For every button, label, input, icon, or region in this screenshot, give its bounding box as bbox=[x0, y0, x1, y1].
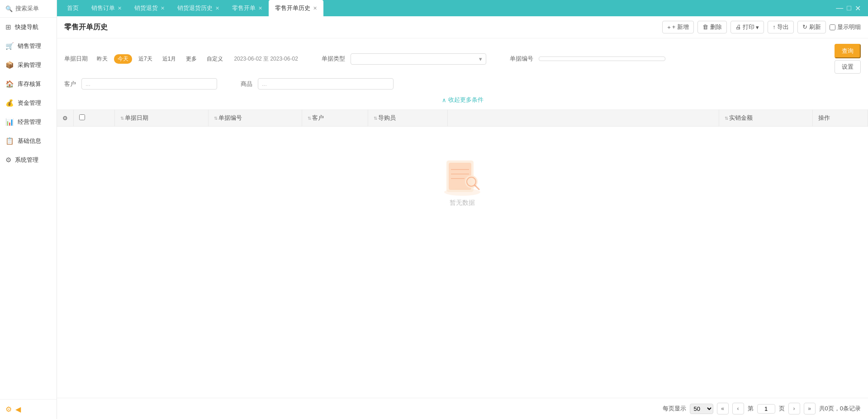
setting-button[interactable]: 设置 bbox=[835, 60, 861, 74]
tab-home[interactable]: 首页 bbox=[61, 0, 85, 16]
sidebar-item-finance[interactable]: 💰 资金管理 bbox=[0, 94, 57, 113]
tab-retail-open-history-label: 零售开单历史 bbox=[275, 4, 310, 12]
number-input[interactable] bbox=[539, 56, 665, 61]
th-amount[interactable]: ⇅实销金额 bbox=[719, 110, 813, 127]
date-more-btn[interactable]: 更多 bbox=[182, 54, 200, 64]
search-icon: 🔍 bbox=[5, 5, 13, 12]
sidebar-item-label: 采购管理 bbox=[18, 61, 41, 69]
display-detail-checkbox[interactable]: 显示明细 bbox=[830, 23, 861, 31]
th-date[interactable]: ⇅单据日期 bbox=[114, 110, 208, 127]
pagination: 每页显示 50 10 20 100 « ‹ 第 页 › » 共0页，0条记录 bbox=[57, 398, 868, 419]
next-page-btn[interactable]: › bbox=[788, 403, 800, 414]
refresh-button[interactable]: ↻ 刷新 bbox=[797, 21, 826, 33]
empty-text: 暂无数据 bbox=[450, 199, 475, 207]
type-select-arrow: ▾ bbox=[479, 56, 482, 62]
date-today-btn[interactable]: 今天 bbox=[114, 54, 132, 64]
sidebar-item-label: 经营管理 bbox=[18, 118, 41, 126]
display-detail-label: 显示明细 bbox=[837, 23, 861, 31]
customer-input[interactable]: ... bbox=[81, 78, 217, 89]
page-suffix: 页 bbox=[779, 405, 785, 413]
collapse-row: ∧ 收起更多条件 bbox=[64, 94, 861, 106]
page-content: 零售开单历史 + + 新增 🗑 删除 🖨 打印 ▾ ↑ 导出 ↻ 刷新 bbox=[57, 16, 868, 419]
page-header: 零售开单历史 + + 新增 🗑 删除 🖨 打印 ▾ ↑ 导出 ↻ 刷新 bbox=[57, 16, 868, 38]
sidebar-item-base-info[interactable]: 📋 基础信息 bbox=[0, 132, 57, 151]
export-label: ↑ 导出 bbox=[773, 23, 789, 31]
tab-retail-open-close[interactable]: ✕ bbox=[258, 5, 262, 11]
sidebar-item-purchase-mgmt[interactable]: 📦 采购管理 bbox=[0, 56, 57, 75]
sys-mgmt-icon: ⚙ bbox=[5, 156, 11, 164]
add-label: + 新增 bbox=[672, 23, 689, 31]
per-page-select[interactable]: 50 10 20 100 bbox=[690, 404, 713, 414]
type-select[interactable]: ▾ bbox=[351, 53, 486, 65]
collapse-filter-btn[interactable]: ∧ 收起更多条件 bbox=[442, 94, 484, 106]
customer-input-dots: ... bbox=[85, 80, 90, 87]
tab-sales-return-label: 销货退货 bbox=[134, 4, 158, 12]
tab-retail-open-label: 零售开单 bbox=[232, 4, 256, 12]
tab-bar: 首页 销售订单 ✕ 销货退货 ✕ 销货退货历史 ✕ 零售开单 ✕ 零售开单历史 … bbox=[57, 0, 868, 16]
tab-sales-return-history-close[interactable]: ✕ bbox=[215, 5, 219, 11]
th-number[interactable]: ⇅单据编号 bbox=[208, 110, 302, 127]
sidebar-item-sys-mgmt[interactable]: ⚙ 系统管理 bbox=[0, 151, 57, 169]
sidebar-item-quick-nav[interactable]: ⊞ 快捷导航 bbox=[0, 18, 57, 37]
customer-filter-label: 客户 bbox=[64, 80, 76, 88]
select-all-checkbox[interactable] bbox=[79, 114, 85, 120]
window-close-btn[interactable]: ✕ bbox=[855, 4, 861, 13]
tab-bar-actions: — □ ✕ bbox=[836, 4, 864, 13]
window-maximize-btn[interactable]: □ bbox=[847, 4, 851, 12]
print-button[interactable]: 🖨 打印 ▾ bbox=[730, 21, 764, 33]
sales-mgmt-icon: 🛒 bbox=[5, 42, 14, 50]
first-page-btn[interactable]: « bbox=[717, 403, 729, 414]
empty-row: 暂无数据 bbox=[57, 127, 868, 235]
refresh-label: ↻ 刷新 bbox=[802, 23, 821, 31]
th-checkbox[interactable] bbox=[74, 110, 115, 127]
th-customer[interactable]: ⇅客户 bbox=[302, 110, 368, 127]
prev-page-btn[interactable]: ‹ bbox=[732, 403, 744, 414]
add-icon: + bbox=[667, 24, 671, 31]
filter-row-1: 单据日期 昨天 今天 近7天 近1月 更多 自定义 2023-06-02 至 2… bbox=[64, 44, 861, 74]
purchase-icon: 📦 bbox=[5, 61, 14, 69]
date-7days-btn[interactable]: 近7天 bbox=[135, 54, 156, 64]
sidebar: 🔍 搜索采单 ⊞ 快捷导航 🛒 销售管理 📦 采购管理 🏠 库存核算 💰 资金管… bbox=[0, 0, 57, 419]
delete-button[interactable]: 🗑 删除 bbox=[697, 21, 727, 33]
number-filter-label: 单据编号 bbox=[510, 55, 533, 63]
tab-retail-open[interactable]: 零售开单 ✕ bbox=[226, 0, 269, 16]
sidebar-search[interactable]: 🔍 搜索采单 bbox=[0, 0, 57, 18]
print-dropdown-icon: ▾ bbox=[756, 24, 759, 31]
goods-filter-label: 商品 bbox=[241, 80, 252, 88]
tab-retail-open-history-close[interactable]: ✕ bbox=[313, 5, 317, 11]
tab-sales-return-history[interactable]: 销货退货历史 ✕ bbox=[171, 0, 226, 16]
page-number-input[interactable] bbox=[757, 404, 775, 414]
sidebar-bottom: ⚙ ◀ bbox=[0, 399, 57, 419]
settings-icon-btn[interactable]: ⚙ bbox=[5, 405, 12, 414]
add-button[interactable]: + + 新增 bbox=[662, 21, 694, 33]
tab-retail-open-history[interactable]: 零售开单历史 ✕ bbox=[269, 0, 323, 16]
tab-sales-order[interactable]: 销售订单 ✕ bbox=[85, 0, 128, 16]
goods-input[interactable]: ... bbox=[258, 78, 394, 89]
tab-home-label: 首页 bbox=[67, 4, 79, 12]
sidebar-item-label: 库存核算 bbox=[18, 80, 41, 88]
date-1month-btn[interactable]: 近1月 bbox=[159, 54, 180, 64]
tab-sales-return[interactable]: 销货退货 ✕ bbox=[128, 0, 171, 16]
window-minimize-btn[interactable]: — bbox=[836, 4, 843, 12]
query-button[interactable]: 查询 bbox=[835, 44, 861, 58]
sidebar-item-sales-mgmt[interactable]: 🛒 销售管理 bbox=[0, 37, 57, 56]
sidebar-item-inventory[interactable]: 🏠 库存核算 bbox=[0, 75, 57, 94]
tab-sales-order-close[interactable]: ✕ bbox=[118, 5, 122, 11]
display-detail-input[interactable] bbox=[830, 24, 835, 30]
date-yesterday-btn[interactable]: 昨天 bbox=[93, 54, 111, 64]
tab-sales-return-close[interactable]: ✕ bbox=[161, 5, 165, 11]
collapse-sidebar-btn[interactable]: ◀ bbox=[15, 405, 21, 414]
filter-row-2: 客户 ... 商品 ... bbox=[64, 78, 861, 89]
data-table: ⚙ ⇅单据日期 ⇅单据编号 ⇅客户 ⇅导购员 ⇅实销金额 操作 bbox=[57, 110, 868, 234]
export-button[interactable]: ↑ 导出 bbox=[768, 21, 794, 33]
th-settings[interactable]: ⚙ bbox=[57, 110, 74, 127]
finance-icon: 💰 bbox=[5, 99, 14, 107]
total-info: 共0页，0条记录 bbox=[819, 405, 861, 413]
sidebar-item-operation[interactable]: 📊 经营管理 bbox=[0, 113, 57, 132]
th-guide-label: 导购员 bbox=[378, 114, 396, 121]
last-page-btn[interactable]: » bbox=[804, 403, 816, 414]
th-action-label: 操作 bbox=[818, 114, 830, 121]
date-custom-btn[interactable]: 自定义 bbox=[203, 54, 227, 64]
th-guide[interactable]: ⇅导购员 bbox=[368, 110, 447, 127]
page-label: 第 bbox=[748, 405, 754, 413]
